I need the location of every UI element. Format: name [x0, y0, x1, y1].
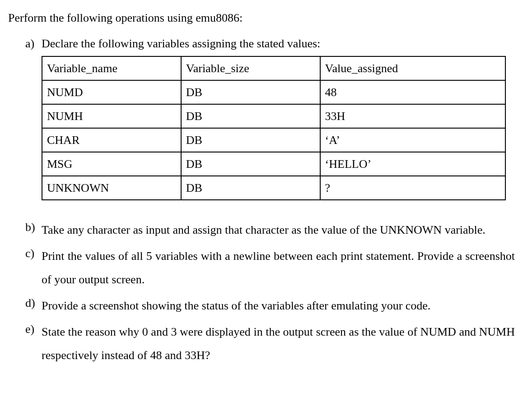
cell-name: UNKNOWN — [42, 176, 181, 200]
table-row: UNKNOWN DB ? — [42, 176, 505, 200]
table-row: CHAR DB ‘A’ — [42, 128, 505, 152]
item-c: c) Print the values of all 5 variables w… — [8, 245, 515, 291]
cell-value: ‘HELLO’ — [320, 152, 505, 176]
item-e-text: State the reason why 0 and 3 were displa… — [42, 320, 515, 367]
table-header-row: Variable_name Variable_size Value_assign… — [42, 56, 505, 80]
item-e-marker: e) — [25, 320, 42, 367]
item-d: d) Provide a screenshot showing the stat… — [8, 294, 515, 318]
header-variable-name: Variable_name — [42, 56, 181, 80]
item-a: a) Declare the following variables assig… — [8, 35, 515, 52]
cell-size: DB — [181, 152, 320, 176]
table-row: NUMD DB 48 — [42, 80, 505, 104]
table-row: NUMH DB 33H — [42, 104, 505, 128]
item-e: e) State the reason why 0 and 3 were dis… — [8, 320, 515, 367]
cell-size: DB — [181, 104, 320, 128]
item-d-marker: d) — [25, 294, 42, 318]
cell-name: NUMH — [42, 104, 181, 128]
item-b-marker: b) — [25, 218, 42, 242]
cell-name: CHAR — [42, 128, 181, 152]
item-d-text: Provide a screenshot showing the status … — [42, 294, 515, 318]
item-a-text: Declare the following variables assignin… — [42, 35, 515, 52]
cell-value: ‘A’ — [320, 128, 505, 152]
item-b: b) Take any character as input and assig… — [8, 218, 515, 242]
cell-value: ? — [320, 176, 505, 200]
cell-size: DB — [181, 128, 320, 152]
table-row: MSG DB ‘HELLO’ — [42, 152, 505, 176]
variable-table: Variable_name Variable_size Value_assign… — [42, 56, 506, 200]
cell-size: DB — [181, 176, 320, 200]
cell-value: 33H — [320, 104, 505, 128]
header-variable-size: Variable_size — [181, 56, 320, 80]
variable-table-wrapper: Variable_name Variable_size Value_assign… — [8, 56, 515, 200]
item-a-marker: a) — [25, 35, 42, 52]
cell-name: NUMD — [42, 80, 181, 104]
main-instruction: Perform the following operations using e… — [8, 9, 515, 27]
item-b-text: Take any character as input and assign t… — [42, 218, 515, 242]
item-c-text: Print the values of all 5 variables with… — [42, 245, 515, 291]
cell-name: MSG — [42, 152, 181, 176]
cell-size: DB — [181, 80, 320, 104]
header-value-assigned: Value_assigned — [320, 56, 505, 80]
cell-value: 48 — [320, 80, 505, 104]
item-c-marker: c) — [25, 245, 42, 291]
